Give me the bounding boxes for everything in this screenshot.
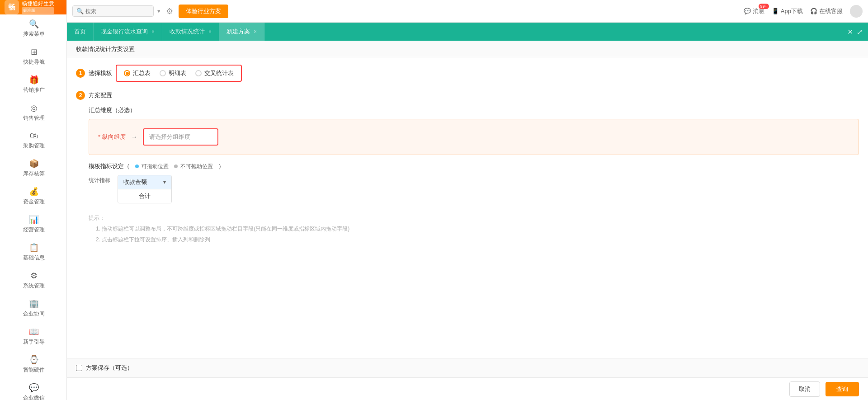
save-checkbox[interactable] [76, 365, 82, 371]
query-button[interactable]: 查询 [826, 382, 859, 396]
operation-icon: 📊 [29, 215, 39, 225]
close-window-icon[interactable]: ✕ [847, 28, 853, 36]
dropdown-arrow-icon[interactable]: ▾ [157, 8, 160, 14]
inventory-icon: 📦 [29, 159, 39, 169]
tab-new-plan-close[interactable]: × [254, 28, 257, 35]
indicator-settings: 模板指标设定（ 可拖动位置 不可拖动位置 ） [89, 162, 859, 203]
logo-text: 畅捷通好生意 标准版 [22, 0, 54, 14]
radio-cross-circle [195, 70, 202, 76]
sidebar-item-search[interactable]: 🔍 搜索菜单 [0, 14, 66, 42]
tab-cashflow-close[interactable]: × [151, 28, 155, 35]
cancel-button[interactable]: 取消 [789, 381, 820, 397]
save-section: 方案保存（可选） [67, 358, 868, 377]
download-icon: 📱 [772, 8, 779, 14]
page-body: 1 选择模板 汇总表 明细表 [67, 57, 868, 358]
logo-icon: 畅 [5, 0, 19, 14]
dimension-row-label: * 纵向维度 [98, 133, 126, 141]
radio-detail[interactable]: 明细表 [160, 69, 186, 77]
hardware-icon: ⌚ [29, 355, 39, 365]
sidebar-item-wechat[interactable]: 💬 企业微信 [0, 378, 66, 400]
tips-section: 提示： 1. 拖动标题栏可以调整布局，不可跨维度或指标区域拖动栏目字段(只能在同… [89, 212, 859, 245]
tab-home[interactable]: 首页 [67, 23, 94, 41]
settings-gear-icon[interactable]: ⚙ [166, 6, 173, 16]
main-area: 🔍 ▾ ⚙ 体验行业方案 💬 消息 99+ 📱 App下载 🎧 在线客服 [67, 0, 868, 400]
step2-section: 2 方案配置 汇总维度（必选） * 纵向维度 → 请选择分组维度 [76, 91, 859, 245]
search-icon: 🔍 [29, 19, 39, 29]
notification-icon: 💬 [744, 8, 751, 14]
step2-number: 2 [76, 91, 85, 100]
enterprise-icon: 🏢 [29, 299, 39, 309]
step1-title: 选择模板 [89, 69, 112, 77]
sidebar-item-guide[interactable]: 📖 新手引导 [0, 322, 66, 350]
tips-item-1: 1. 拖动标题栏可以调整布局，不可跨维度或指标区域拖动栏目字段(只能在同一维度或… [89, 223, 859, 234]
radio-cross[interactable]: 交叉统计表 [195, 69, 234, 77]
search-magnifier-icon: 🔍 [76, 8, 84, 14]
navigate-icon: ⊞ [31, 47, 38, 57]
tab-new-plan[interactable]: 新建方案 × [219, 23, 264, 41]
template-options: 汇总表 明细表 交叉统计表 [116, 65, 242, 82]
sidebar-item-system[interactable]: ⚙ 系统管理 [0, 266, 66, 294]
content-area: 收款情况统计方案设置 1 选择模板 汇总表 [67, 41, 868, 400]
sidebar-item-enterprise[interactable]: 🏢 企业协同 [0, 294, 66, 322]
indicator-section-label: 统计指标 [89, 175, 110, 203]
indicator-row-total: 合计 [118, 189, 171, 203]
tab-cashflow[interactable]: 现金银行流水查询 × [94, 23, 162, 41]
app-download-button[interactable]: 📱 App下载 [772, 7, 803, 15]
search-input[interactable] [85, 8, 140, 14]
sidebar-item-purchase[interactable]: 🛍 采购管理 [0, 127, 66, 154]
purchase-icon: 🛍 [30, 131, 38, 141]
step1-number: 1 [76, 69, 85, 78]
industry-plan-button[interactable]: 体验行业方案 [179, 5, 228, 18]
sidebar-item-inventory[interactable]: 📦 库存核算 [0, 154, 66, 182]
tabbar-actions: ✕ ⤢ [847, 28, 868, 36]
step2-header: 2 方案配置 [76, 91, 859, 100]
basic-icon: 📋 [29, 243, 39, 253]
tips-item-2: 2. 点击标题栏下拉可设置排序、插入列和删除列 [89, 234, 859, 245]
user-avatar[interactable] [850, 5, 863, 18]
sidebar-item-finance[interactable]: 💰 资金管理 [0, 182, 66, 210]
dimension-area: * 纵向维度 → 请选择分组维度 [89, 119, 859, 155]
indicator-title: 模板指标设定（ [89, 162, 130, 170]
save-label[interactable]: 方案保存（可选） [86, 364, 133, 372]
sidebar-item-basic[interactable]: 📋 基础信息 [0, 238, 66, 266]
indicator-column-header[interactable]: 收款金额 ▾ [118, 175, 171, 189]
sidebar-logo: 畅 畅捷通好生意 标准版 [0, 0, 66, 14]
service-icon: 🎧 [810, 8, 817, 14]
topbar-right-section: 💬 消息 99+ 📱 App下载 🎧 在线客服 [744, 5, 863, 18]
step2-content: 汇总维度（必选） * 纵向维度 → 请选择分组维度 模板指标设定（ [89, 106, 859, 245]
non-draggable-toggle: 不可拖动位置 [174, 163, 213, 170]
bottom-bar: 取消 查询 [67, 377, 868, 400]
step1-label: 1 选择模板 汇总表 明细表 [76, 65, 859, 82]
online-service-button[interactable]: 🎧 在线客服 [810, 7, 843, 15]
maximize-icon[interactable]: ⤢ [857, 28, 863, 36]
topbar: 🔍 ▾ ⚙ 体验行业方案 💬 消息 99+ 📱 App下载 🎧 在线客服 [67, 0, 868, 23]
sidebar-item-sales[interactable]: ◎ 销售管理 [0, 99, 66, 127]
notification-button[interactable]: 💬 消息 99+ [744, 7, 764, 15]
radio-summary-circle [124, 70, 130, 76]
sidebar-item-navigate[interactable]: ⊞ 快捷导航 [0, 42, 66, 71]
system-icon: ⚙ [30, 271, 38, 281]
tab-receipt[interactable]: 收款情况统计 × [162, 23, 219, 41]
dimension-section-title: 汇总维度（必选） [89, 106, 859, 114]
guide-icon: 📖 [29, 327, 39, 337]
dimension-row: * 纵向维度 → 请选择分组维度 [98, 128, 849, 146]
page-header: 收款情况统计方案设置 [67, 41, 868, 57]
chevron-down-icon[interactable]: ▾ [163, 179, 166, 185]
radio-summary[interactable]: 汇总表 [124, 69, 151, 77]
sidebar: 畅 畅捷通好生意 标准版 🔍 搜索菜单 ⊞ 快捷导航 🎁 营销推广 ◎ 销售管理… [0, 0, 67, 400]
tab-receipt-close[interactable]: × [208, 28, 212, 35]
sidebar-item-marketing[interactable]: 🎁 营销推广 [0, 71, 66, 99]
indicator-table-wrap: 统计指标 收款金额 ▾ 合计 [89, 175, 859, 203]
dimension-arrow-icon: → [131, 133, 137, 141]
sidebar-item-hardware[interactable]: ⌚ 智能硬件 [0, 350, 66, 378]
breadcrumb: 收款情况统计方案设置 [76, 46, 135, 52]
dimension-selector[interactable]: 请选择分组维度 [143, 128, 218, 146]
draggable-toggle: 可拖动位置 [135, 163, 169, 170]
sales-icon: ◎ [30, 103, 38, 113]
wechat-icon: 💬 [29, 383, 39, 393]
indicator-table: 收款金额 ▾ 合计 [118, 175, 172, 203]
topbar-search-box[interactable]: 🔍 [72, 5, 154, 17]
radio-detail-circle [160, 70, 166, 76]
sidebar-item-operation[interactable]: 📊 经营管理 [0, 210, 66, 238]
non-draggable-dot [174, 165, 178, 168]
